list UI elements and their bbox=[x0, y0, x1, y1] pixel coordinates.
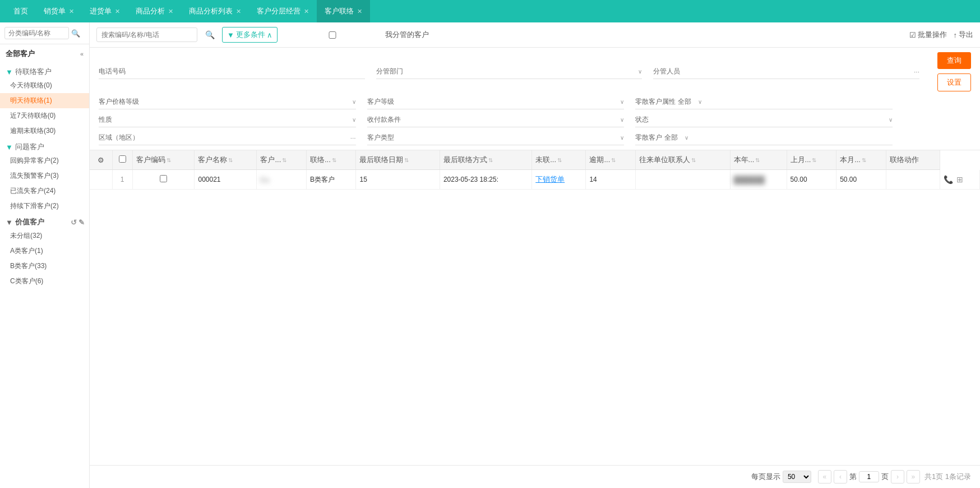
nav-analysis[interactable]: 商品分析 ✕ bbox=[128, 0, 181, 22]
th-last-contact-date[interactable]: 最后联络日期⇅ bbox=[356, 150, 440, 170]
prev-page-button[interactable]: ‹ bbox=[834, 470, 847, 484]
filter-label: 更多条件 bbox=[236, 30, 265, 40]
td-last-contact-date: 2023-05-23 18:25: bbox=[440, 170, 531, 190]
td-action: 📞 ⊞ bbox=[940, 170, 979, 190]
nav-purchase[interactable]: 进货单 ✕ bbox=[82, 0, 128, 22]
th-this-month[interactable]: 本月...⇅ bbox=[836, 150, 886, 170]
nav-customer-segment[interactable]: 客户分层经营 ✕ bbox=[249, 0, 317, 22]
content-area: 🔍 ▼ 更多条件 ∧ 我分管的客户 ☑ 批量操作 ↑ 导出 bbox=[90, 22, 980, 488]
nav-sales-close[interactable]: ✕ bbox=[69, 8, 74, 15]
filter-row-1: 电话号码 分管部门 ∨ 分管人员 ··· 查询 设置 bbox=[99, 52, 971, 91]
search-input[interactable] bbox=[96, 27, 197, 42]
th-gear[interactable]: ⚙ bbox=[90, 150, 112, 170]
sidebar-item-a-class[interactable]: A类客户(1) bbox=[0, 243, 89, 259]
sidebar-item-overdue[interactable]: 逾期未联络(30) bbox=[0, 123, 89, 139]
settings-button[interactable]: 设置 bbox=[937, 73, 971, 91]
nav-home[interactable]: 首页 bbox=[6, 0, 36, 22]
refresh-icon[interactable]: ↺ bbox=[71, 218, 77, 227]
th-type[interactable]: 客户...⇅ bbox=[257, 150, 307, 170]
nav-customer-contact-close[interactable]: ✕ bbox=[357, 8, 362, 15]
filter-payment[interactable]: 收付款条件 ∨ bbox=[367, 113, 625, 127]
select-all-checkbox[interactable] bbox=[119, 155, 126, 163]
phone-action-icon[interactable]: 📞 bbox=[944, 175, 953, 184]
grid-action-icon[interactable]: ⊞ bbox=[956, 175, 963, 184]
th-last-month[interactable]: 上月...⇅ bbox=[787, 150, 836, 170]
sort-contact: ⇅ bbox=[332, 157, 336, 163]
more-filter-button[interactable]: ▼ 更多条件 ∧ bbox=[222, 27, 278, 43]
td-name: Ea bbox=[257, 170, 307, 190]
nav-analysis-list[interactable]: 商品分析列表 ✕ bbox=[181, 0, 249, 22]
nav-customer-segment-close[interactable]: ✕ bbox=[304, 8, 309, 15]
td-checkbox[interactable] bbox=[132, 170, 195, 190]
td-not-contact: 14 bbox=[586, 170, 636, 190]
filter-customer-level[interactable]: 客户等级 ∨ bbox=[367, 95, 625, 109]
my-customers-input[interactable] bbox=[282, 31, 383, 39]
sidebar: 🔍 全部客户 « ▼ 待联络客户 今天待联络(0) 明天待联络(1) 近7天待联… bbox=[0, 22, 90, 488]
nav-customer-contact[interactable]: 客户联络 ✕ bbox=[317, 0, 370, 22]
th-this-year[interactable]: 本年...⇅ bbox=[730, 150, 787, 170]
th-overdue[interactable]: 逾期...⇅ bbox=[586, 150, 636, 170]
sidebar-search-icon[interactable]: 🔍 bbox=[71, 29, 80, 38]
sidebar-search-input[interactable] bbox=[4, 27, 69, 39]
filter-region[interactable]: 区域（地区） ··· bbox=[99, 131, 356, 145]
th-unit-contact[interactable]: 往来单位联系人⇅ bbox=[635, 150, 730, 170]
search-button[interactable]: 🔍 bbox=[202, 27, 218, 43]
query-button[interactable]: 查询 bbox=[937, 52, 971, 69]
filter-customer-type[interactable]: 客户类型 ∨ bbox=[367, 131, 625, 145]
th-checkbox[interactable] bbox=[112, 150, 132, 170]
filter-person-dots: ··· bbox=[914, 68, 919, 76]
next-page-button[interactable]: › bbox=[891, 470, 904, 484]
nav-analysis-close[interactable]: ✕ bbox=[168, 8, 173, 15]
filter-dept[interactable]: 分管部门 ∨ bbox=[376, 65, 642, 79]
action-icons: 📞 ⊞ bbox=[944, 175, 976, 184]
td-last-contact-method[interactable]: 下销货单 bbox=[532, 170, 586, 190]
page-input[interactable] bbox=[859, 471, 879, 482]
filter-scattered[interactable]: 零散客户 全部 ∨ bbox=[635, 131, 893, 145]
page-size-select[interactable]: 10 20 50 100 bbox=[783, 471, 811, 483]
th-name[interactable]: 客户名称⇅ bbox=[195, 150, 257, 170]
row-checkbox[interactable] bbox=[160, 175, 167, 182]
batch-ops-button[interactable]: ☑ 批量操作 bbox=[909, 30, 947, 40]
value-title: 价值客户 bbox=[15, 217, 44, 227]
th-last-contact-method[interactable]: 最后联络方式⇅ bbox=[440, 150, 531, 170]
last-contact-method-link[interactable]: 下销货单 bbox=[535, 175, 565, 183]
sidebar-all-customers[interactable]: 全部客户 « bbox=[0, 44, 89, 63]
filter-phone-label: 电话号码 bbox=[99, 67, 132, 76]
filter-status[interactable]: 状态 ∨ bbox=[635, 113, 893, 127]
page-size-selector: 每页显示 10 20 50 100 bbox=[751, 471, 813, 483]
filter-person[interactable]: 分管人员 ··· bbox=[653, 65, 919, 79]
top-navigation: 首页 销货单 ✕ 进货单 ✕ 商品分析 ✕ 商品分析列表 ✕ 客户分层经营 ✕ … bbox=[0, 0, 980, 22]
nav-sales[interactable]: 销货单 ✕ bbox=[36, 0, 82, 22]
th-contact[interactable]: 联络...⇅ bbox=[306, 150, 356, 170]
td-last-month: 50.00 bbox=[836, 170, 886, 190]
sidebar-item-tomorrow[interactable]: 明天待联络(1) bbox=[0, 93, 89, 108]
filter-dept-label: 分管部门 bbox=[376, 67, 410, 76]
filter-nature[interactable]: 性质 ∨ bbox=[99, 113, 356, 127]
sidebar-item-repurchase-abnormal[interactable]: 回购异常客户(2) bbox=[0, 153, 89, 168]
filter-phone-input[interactable] bbox=[137, 68, 365, 76]
sidebar-item-ungrouped[interactable]: 未分组(32) bbox=[0, 228, 89, 243]
nav-analysis-list-close[interactable]: ✕ bbox=[236, 8, 241, 15]
th-code[interactable]: 客户编码⇅ bbox=[132, 150, 195, 170]
filter-region-dots: ··· bbox=[350, 134, 356, 142]
customer-name-blurred: Ea bbox=[260, 176, 269, 184]
sidebar-item-week[interactable]: 近7天待联络(0) bbox=[0, 108, 89, 123]
first-page-button[interactable]: « bbox=[818, 470, 831, 484]
nav-purchase-close[interactable]: ✕ bbox=[115, 8, 120, 15]
sidebar-item-b-class[interactable]: B类客户(33) bbox=[0, 259, 89, 274]
filter-scattered-attr[interactable]: 零散客户属性 全部 ∨ bbox=[635, 95, 893, 109]
sidebar-item-declining[interactable]: 持续下滑客户(2) bbox=[0, 199, 89, 214]
page-unit: 页 bbox=[881, 472, 889, 482]
filter-price-level-label: 客户价格等级 bbox=[99, 97, 139, 107]
export-button[interactable]: ↑ 导出 bbox=[954, 30, 974, 40]
edit-icon[interactable]: ✎ bbox=[78, 218, 85, 227]
filter-price-level[interactable]: 客户价格等级 ∨ bbox=[99, 95, 356, 109]
th-not-contact[interactable]: 未联...⇅ bbox=[532, 150, 586, 170]
sidebar-item-c-class[interactable]: C类客户(6) bbox=[0, 274, 89, 289]
filter-customer-type-chevron: ∨ bbox=[620, 135, 624, 141]
sidebar-item-today[interactable]: 今天待联络(0) bbox=[0, 78, 89, 93]
sidebar-item-churn-warning[interactable]: 流失预警客户(3) bbox=[0, 168, 89, 183]
last-page-button[interactable]: » bbox=[907, 470, 920, 484]
my-customers-checkbox[interactable]: 我分管的客户 bbox=[282, 30, 429, 40]
sidebar-item-churned[interactable]: 已流失客户(24) bbox=[0, 183, 89, 199]
